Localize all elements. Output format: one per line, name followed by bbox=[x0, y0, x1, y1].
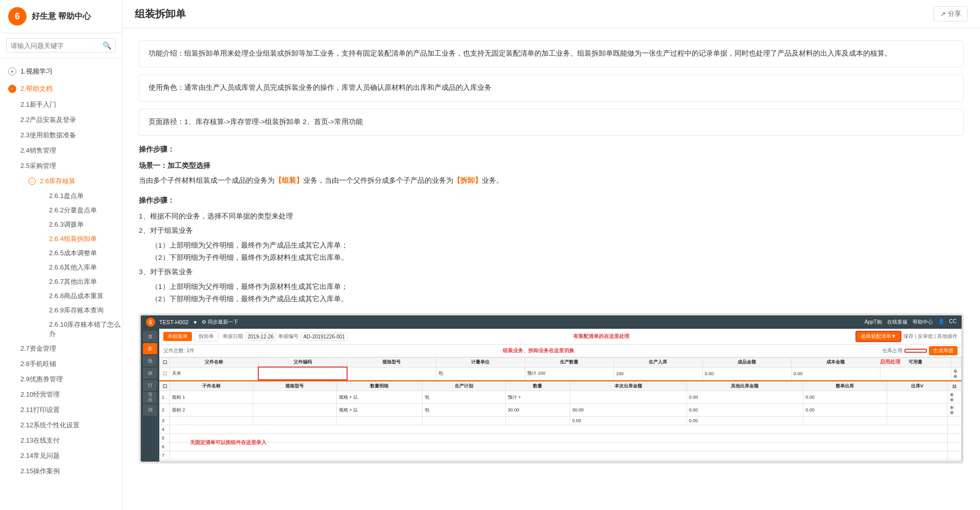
mock-th2-out1: 本次出库金额 bbox=[570, 382, 687, 391]
expand-icon-s1: + bbox=[8, 67, 16, 76]
mock-order-input[interactable]: AD-20191226-001 bbox=[301, 332, 348, 341]
mock-th2-qty-detail: 数量明细 bbox=[336, 382, 422, 391]
logo-icon: 6 bbox=[8, 7, 27, 26]
sidebar-item-transfer[interactable]: 2.6.3调拨单 bbox=[49, 217, 122, 232]
mock-help: 帮助中心 bbox=[913, 319, 933, 326]
search-input[interactable] bbox=[11, 42, 103, 50]
nav-section-docs: − 2.帮助文档 2.1新手入门 2.2产品安装及登录 2.3使用前数据准备 2… bbox=[0, 81, 122, 479]
nav-sub-sub-list-inventory: 2.6.1盘点单 2.6.2分量盘点单 2.6.3调拨单 2.6.4组装拆卸单 … bbox=[20, 189, 122, 341]
mock-nav-2-active: 新 bbox=[143, 343, 157, 354]
sidebar-item-stocktake[interactable]: 2.6.1盘点单 bbox=[49, 189, 122, 203]
mock-tab-assembly[interactable]: 本组装单 bbox=[163, 332, 192, 341]
share-button[interactable]: ↗ 分享 bbox=[934, 6, 968, 21]
share-label: 分享 bbox=[948, 9, 961, 18]
sidebar-item-personalize[interactable]: 2.12系统个性化设置 bbox=[20, 418, 122, 433]
sidebar-item-cases[interactable]: 2.15操作案例 bbox=[20, 464, 122, 479]
mock-generate-btn[interactable]: 生成单据 bbox=[929, 346, 958, 355]
mock-company: TEST-H002 bbox=[159, 319, 188, 325]
mock-th-parent-name: 父件名称 bbox=[170, 358, 259, 368]
mock-table-row-bot-6: 6 bbox=[160, 443, 962, 451]
mock-date-input[interactable]: 2019-12-26 bbox=[245, 332, 276, 341]
intro-block-1: 功能介绍：组装拆卸单用来处理企业组装或拆卸等加工业务，支持有固定装配清单的产品加… bbox=[139, 40, 964, 67]
sidebar-item-stock-query[interactable]: 2.6.9库存账本查询 bbox=[49, 303, 122, 318]
mock-annotation-2-container: 组装业务、拆卸业务在这里切换 bbox=[197, 347, 880, 354]
search-icon[interactable]: 🔍 bbox=[103, 41, 111, 50]
mock-nav-4: 操 bbox=[143, 368, 157, 379]
mock-th-unit: 计量单位 bbox=[436, 358, 525, 368]
sidebar-item-docs[interactable]: − 2.帮助文档 bbox=[0, 81, 122, 97]
mock-th-prod-in: 生产入库 bbox=[614, 358, 702, 368]
mock-table-row-bot-3: 30.000.00 bbox=[160, 417, 962, 425]
mock-nav-7: 同 bbox=[143, 404, 157, 416]
mock-product-select: 父件总数: 1件 bbox=[163, 347, 194, 354]
top-bar: 组装拆卸单 ↗ 分享 bbox=[122, 0, 980, 28]
sidebar-item-finance[interactable]: 2.7资金管理 bbox=[20, 341, 122, 356]
sidebar-item-ops[interactable]: 2.10经营管理 bbox=[20, 387, 122, 402]
sidebar-item-stock-error[interactable]: 2.6.10库存账本错了怎么办 bbox=[49, 318, 122, 341]
sidebar-item-coupon[interactable]: 2.9优惠券管理 bbox=[20, 372, 122, 387]
mock-th-check: ☐ bbox=[160, 358, 170, 368]
mock-th2-full-out: 整单出库 bbox=[803, 382, 887, 391]
mock-select-bom[interactable]: 选择装配清单▼ bbox=[855, 331, 901, 342]
mock-table-row-top-1: ☐ 关米 包 预计 100 100 0.00 bbox=[160, 367, 962, 380]
step2-sub2: （2）下部明细为子件明细，最终作为原材料生成其它出库单。 bbox=[139, 252, 964, 264]
sidebar-item-cost-adjust[interactable]: 2.6.5成本调整单 bbox=[49, 246, 122, 260]
search-box: 🔍 bbox=[6, 38, 116, 53]
sidebar-item-inventory[interactable]: − 2.6库存核算 bbox=[20, 174, 122, 189]
sidebar-item-dataprep[interactable]: 2.3使用前数据准备 bbox=[20, 128, 122, 143]
sidebar-item-print[interactable]: 2.11打印设置 bbox=[20, 402, 122, 418]
step2-sub1: （1）上部明细为父件明细，最终作为产成品生成其它入库单； bbox=[139, 239, 964, 252]
mock-td-unit: 包 bbox=[436, 367, 525, 380]
sidebar-item-payment[interactable]: 2.13在线支付 bbox=[20, 433, 122, 448]
mock-th2-plan: 生产计划 bbox=[422, 382, 505, 391]
mock-table-top: ☐ 父件名称 父件编码 规格型号 计量单位 生产数量 生产入库 bbox=[159, 357, 962, 381]
sidebar-item-assembly[interactable]: 2.6.4组装拆卸单 bbox=[49, 232, 122, 246]
screenshot-container: 6 TEST-H002 ▼ ⚙ 同步最新一下 AppT购 在线客服 帮助中心 👤… bbox=[139, 313, 964, 464]
step3-sub2: （2）下部明细为子件明细，最终作为产成品生成其它入库单。 bbox=[139, 293, 964, 305]
mock-user: 👤 bbox=[938, 319, 944, 326]
step3-sub1: （1）上部明细为父件明细，最终作为原材料生成其它出库单； bbox=[139, 281, 964, 293]
sidebar-item-other-in[interactable]: 2.6.6其他入库单 bbox=[49, 260, 122, 275]
mock-td-plan-qty: 预计 100 bbox=[525, 367, 614, 380]
mock-action-btns: 保存 | 反审批 | 其他操作 bbox=[903, 333, 958, 340]
mock-td-parent-name: 关米 bbox=[170, 367, 259, 380]
intro-text-1: 功能介绍：组装拆卸单用来处理企业组装或拆卸等加工业务，支持有固定装配清单的产品加… bbox=[149, 50, 892, 57]
nav-list: + 1.视频学习 − 2.帮助文档 2.1新手入门 2.2产品安装及登录 2.3… bbox=[0, 58, 122, 510]
sidebar-item-install[interactable]: 2.2产品安装及登录 bbox=[20, 112, 122, 128]
mock-table-row-bot-5: 5 bbox=[160, 434, 962, 443]
mock-annotation-3: 启用处理 bbox=[880, 358, 900, 366]
nav-sub-section-inventory: − 2.6库存核算 2.6.1盘点单 2.6.2分量盘点单 2.6.3调拨单 2… bbox=[20, 174, 122, 341]
mock-td-spec bbox=[347, 367, 436, 380]
sidebar-item-purchase[interactable]: 2.5采购管理 bbox=[20, 158, 122, 174]
logo-area: 6 好生意 帮助中心 bbox=[0, 0, 122, 33]
mock-tab-disassemble[interactable]: 拆卸单 bbox=[194, 331, 218, 342]
mock-table-row-bot-1: 1 面粉 1 规格 + 以 包 预计 + 0.00 bbox=[160, 391, 962, 404]
sidebar-item-cost-recalc[interactable]: 2.6.8商品成本重算 bbox=[49, 289, 122, 303]
mock-left-nav: 首 新 批 操 打 导出 同 bbox=[141, 329, 159, 462]
sidebar-item-newcomer[interactable]: 2.1新手入门 bbox=[20, 97, 122, 112]
mock-th2-check: ☐ bbox=[160, 382, 170, 391]
intro-text-3: 页面路径：1、库存核算->库存管理->组装拆卸单 2、首页->常用功能 bbox=[149, 118, 363, 126]
mock-td-cost-amount: 0.00 bbox=[791, 367, 880, 380]
mock-nav-5: 打 bbox=[143, 380, 157, 391]
sidebar-item-partial-stocktake[interactable]: 2.6.2分量盘点单 bbox=[49, 203, 122, 217]
main-content: 组装拆卸单 ↗ 分享 功能介绍：组装拆卸单用来处理企业组装或拆卸等加工业务，支持… bbox=[122, 0, 980, 510]
sidebar-item-mobile[interactable]: 2.8手机旺铺 bbox=[20, 356, 122, 372]
sidebar-item-videos[interactable]: + 1.视频学习 bbox=[0, 63, 122, 80]
mock-nav-1: 首 bbox=[143, 331, 157, 342]
sidebar-item-sales[interactable]: 2.4销售管理 bbox=[20, 143, 122, 158]
mock-table-bottom-container: 无固定清单可以按组件在这里录入 ☐ 子件名称 规格型号 数量明细 bbox=[159, 381, 962, 462]
mock-th2-expand: ⊡ bbox=[948, 382, 962, 391]
sidebar-item-other-out[interactable]: 2.6.7其他出库单 bbox=[49, 275, 122, 289]
mock-warehouse-input[interactable] bbox=[904, 349, 927, 353]
share-icon: ↗ bbox=[940, 10, 946, 18]
nav-sub-list-docs: 2.1新手入门 2.2产品安装及登录 2.3使用前数据准备 2.4销售管理 2.… bbox=[0, 97, 122, 479]
mock-th2-out2: 其他出库金额 bbox=[687, 382, 803, 391]
step2: 2、对于组装业务 bbox=[139, 225, 964, 237]
mock-table-bottom: ☐ 子件名称 规格型号 数量明细 生产计划 数量 本次出库金额 bbox=[159, 381, 962, 462]
mock-th-spec: 规格型号 bbox=[347, 358, 436, 368]
mock-td-avail bbox=[880, 367, 951, 380]
mock-logo: 6 bbox=[146, 318, 155, 327]
mock-td-check: ☐ bbox=[160, 367, 170, 380]
sidebar-item-faq[interactable]: 2.14常见问题 bbox=[20, 448, 122, 464]
